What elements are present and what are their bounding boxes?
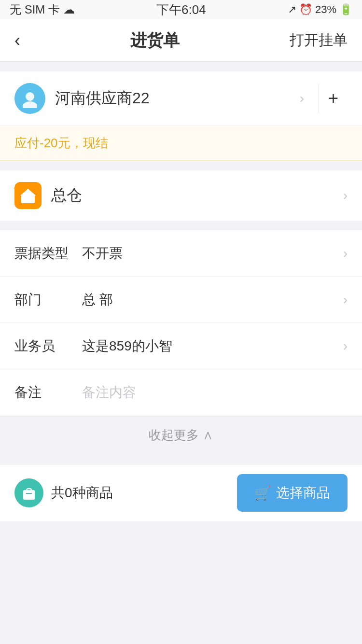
supplier-name: 河南供应商22 (55, 88, 300, 109)
warehouse-row[interactable]: 总仓 › (0, 170, 362, 221)
select-product-label: 选择商品 (276, 484, 330, 502)
product-count-icon-wrap (14, 478, 43, 507)
page-title: 进货单 (130, 29, 180, 52)
warehouse-chevron-icon: › (343, 188, 348, 203)
fields-card: 票据类型 不开票 › 部门 总 部 › 业务员 这是859的小智 › 备注 备注… (0, 230, 362, 416)
open-pending-button[interactable]: 打开挂单 (290, 30, 348, 50)
status-time: 下午6:04 (156, 1, 206, 18)
svg-point-1 (23, 101, 37, 108)
svg-marker-3 (20, 189, 36, 196)
select-product-button[interactable]: 🛒 选择商品 (237, 474, 348, 512)
warehouse-label: 总仓 (51, 185, 343, 206)
warehouse-icon (19, 187, 37, 204)
remark-row[interactable]: 备注 备注内容 (0, 369, 362, 416)
battery-status: 23% (315, 3, 336, 16)
department-row[interactable]: 部门 总 部 › (0, 277, 362, 323)
gap-3 (0, 221, 362, 230)
add-supplier-button[interactable]: + (319, 84, 348, 113)
bottom-bar: 共0种商品 🛒 选择商品 (0, 464, 362, 521)
svg-rect-4 (23, 490, 35, 500)
back-button[interactable]: ‹ (14, 30, 20, 51)
sim-status: 无 SIM 卡 ☁ (10, 2, 75, 17)
gap-4 (0, 454, 362, 464)
collapse-label: 收起更多 ∧ (149, 427, 213, 444)
supplier-avatar (14, 83, 45, 114)
warehouse-icon-wrap (14, 182, 42, 209)
product-count-text: 共0种商品 (51, 484, 237, 502)
remark-placeholder[interactable]: 备注内容 (82, 383, 348, 402)
salesperson-value: 这是859的小智 (82, 337, 343, 355)
supplier-avatar-icon (20, 89, 40, 108)
salesperson-label: 业务员 (14, 337, 82, 355)
shopping-bag-icon (20, 484, 38, 502)
alarm-icon: ⏰ (299, 3, 312, 16)
collapse-button[interactable]: 收起更多 ∧ (0, 416, 362, 454)
svg-point-0 (26, 92, 34, 101)
notice-banner: 应付-20元，现结 (0, 126, 362, 161)
content-area (0, 521, 362, 644)
salesperson-row[interactable]: 业务员 这是859的小智 › (0, 323, 362, 369)
remark-label: 备注 (14, 383, 82, 402)
battery-icon: 🔋 (339, 3, 352, 16)
status-bar: 无 SIM 卡 ☁ 下午6:04 ↗ ⏰ 23% 🔋 (0, 0, 362, 19)
gap-2 (0, 161, 362, 170)
supplier-row[interactable]: 河南供应商22 › + (0, 71, 362, 126)
supplier-chevron-icon: › (300, 91, 304, 106)
status-right: ↗ ⏰ 23% 🔋 (288, 3, 352, 16)
gap-1 (0, 62, 362, 71)
salesperson-chevron-icon: › (343, 338, 348, 354)
department-value: 总 部 (82, 291, 343, 309)
select-product-icon: 🛒 (254, 485, 271, 501)
department-chevron-icon: › (343, 292, 348, 308)
invoice-type-label: 票据类型 (14, 244, 82, 263)
invoice-type-chevron-icon: › (343, 246, 348, 261)
location-icon: ↗ (288, 3, 296, 16)
invoice-type-value: 不开票 (82, 244, 343, 263)
nav-bar: ‹ 进货单 打开挂单 (0, 19, 362, 62)
invoice-type-row[interactable]: 票据类型 不开票 › (0, 230, 362, 277)
status-left: 无 SIM 卡 ☁ (10, 2, 75, 17)
svg-rect-2 (21, 195, 35, 203)
department-label: 部门 (14, 291, 82, 309)
